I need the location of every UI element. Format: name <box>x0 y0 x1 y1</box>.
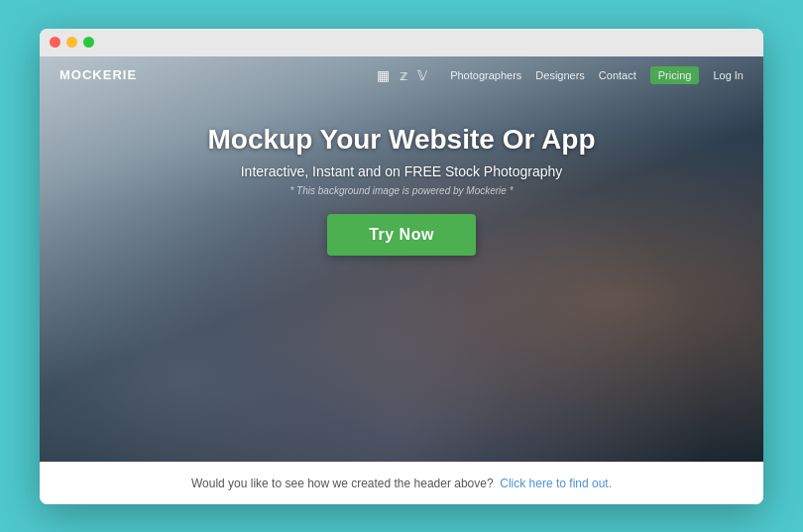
navigation: MOCKERIE ▦ 𝕫 𝕍 Photographers Designers C… <box>40 56 763 94</box>
maximize-button[interactable] <box>83 37 94 48</box>
hero-subtitle: Interactive, Instant and on FREE Stock P… <box>40 163 763 179</box>
nav-login-link[interactable]: Log In <box>713 69 744 81</box>
instagram-icon[interactable]: ▦ <box>377 67 390 83</box>
footer-link[interactable]: Click here to find out. <box>500 477 612 490</box>
facebook-icon[interactable]: 𝕍 <box>417 67 427 83</box>
try-now-button[interactable]: Try Now <box>327 214 476 256</box>
nav-photographers-link[interactable]: Photographers <box>450 69 521 81</box>
hero-content: Mockup Your Website Or App Interactive, … <box>40 94 763 256</box>
close-button[interactable] <box>50 37 60 48</box>
browser-window: MOCKERIE ▦ 𝕫 𝕍 Photographers Designers C… <box>40 29 763 504</box>
nav-links: Photographers Designers Contact Pricing … <box>450 66 744 84</box>
nav-pricing-link[interactable]: Pricing <box>650 66 700 84</box>
site-logo: MOCKERIE <box>59 67 137 82</box>
minimize-button[interactable] <box>66 37 77 48</box>
page-content: MOCKERIE ▦ 𝕫 𝕍 Photographers Designers C… <box>40 56 763 504</box>
nav-contact-link[interactable]: Contact <box>599 69 636 81</box>
hero-note: * This background image is powered by Mo… <box>40 185 763 196</box>
footer: Would you like to see how we created the… <box>40 462 763 504</box>
hero-title: Mockup Your Website Or App <box>40 124 763 156</box>
footer-text: Would you like to see how we created the… <box>191 477 494 490</box>
social-icons: ▦ 𝕫 𝕍 <box>377 67 427 83</box>
nav-designers-link[interactable]: Designers <box>535 69 585 81</box>
hero-section: MOCKERIE ▦ 𝕫 𝕍 Photographers Designers C… <box>40 56 763 462</box>
title-bar <box>40 29 763 56</box>
twitter-icon[interactable]: 𝕫 <box>400 67 407 83</box>
